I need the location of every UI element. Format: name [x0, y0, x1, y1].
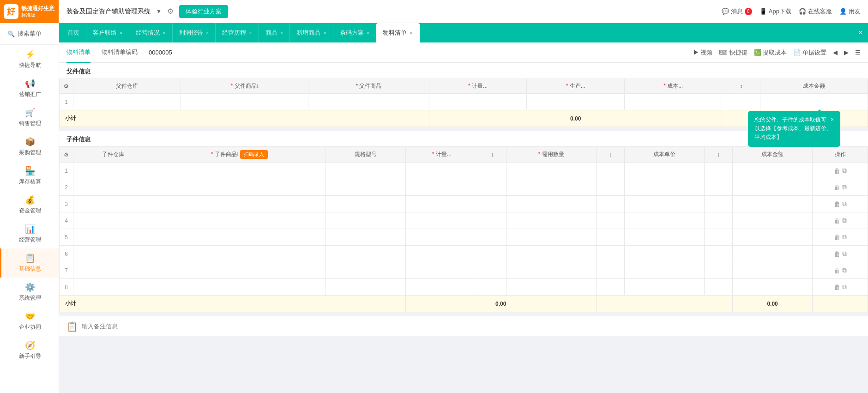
parent-row-1-goods[interactable] [181, 94, 308, 110]
child-row-4-delete-icon[interactable]: 🗑 [834, 217, 840, 224]
tab-business-close[interactable]: × [163, 30, 165, 36]
child-row-1-sort1[interactable] [478, 163, 506, 179]
child-row-7-delete-icon[interactable]: 🗑 [834, 267, 840, 274]
tab-profit-close[interactable]: × [206, 30, 209, 36]
child-row-1-cost-amount[interactable] [733, 163, 813, 179]
receipt-action[interactable]: 📄 单据设置 [793, 48, 826, 57]
child-row-6-copy-icon[interactable]: ⧉ [842, 250, 847, 258]
tab-history[interactable]: 经营历程 × [216, 23, 259, 42]
tab-barcode[interactable]: 条码方案 × [333, 23, 376, 42]
child-row-5-copy-icon[interactable]: ⧉ [842, 233, 847, 241]
child-row-1-goods[interactable] [153, 163, 326, 179]
child-subtotal-label: 小计 [60, 296, 406, 312]
child-row-1-unit-cost[interactable] [624, 163, 704, 179]
inventory-icon: 🏪 [25, 166, 35, 176]
settings-gear-icon[interactable]: ⚙ [167, 7, 174, 16]
child-col-gear[interactable]: ⚙ [60, 147, 73, 163]
parent-col-goods: * 父件商品ℹ [181, 79, 308, 94]
parent-row-1-spec[interactable] [308, 94, 429, 110]
sidebar-item-inventory[interactable]: 🏪 库存核算 [0, 161, 59, 190]
tab-bom-close[interactable]: × [410, 30, 412, 36]
tab-newgoods-close[interactable]: × [323, 30, 326, 36]
sidebar-item-collab[interactable]: 🤝 企业协同 [0, 307, 59, 336]
child-row-6-delete-icon[interactable]: 🗑 [834, 250, 840, 258]
parent-row-1-cost[interactable] [624, 94, 722, 110]
tab-barcode-close[interactable]: × [367, 30, 369, 36]
tooltip-close-button[interactable]: × [831, 115, 834, 124]
nav-prev[interactable]: ◀ [833, 49, 838, 56]
sub-tab-bom-list[interactable]: 物料清单 [66, 42, 90, 63]
sidebar-item-marketing[interactable]: 📢 营销推广 [0, 74, 59, 103]
parent-row-1-cost-amount[interactable] [760, 94, 868, 110]
sidebar-item-system[interactable]: ⚙️ 系统管理 [0, 278, 59, 307]
trial-button[interactable]: 体验行业方案 [179, 5, 228, 18]
sidebar-item-purchase[interactable]: 📦 采购管理 [0, 132, 59, 161]
parent-row-1-produce[interactable] [527, 94, 625, 110]
tab-profit[interactable]: 利润报告 × [173, 23, 216, 42]
child-row-1-unit[interactable] [405, 163, 478, 179]
parent-row-1-unit[interactable] [429, 94, 527, 110]
parent-row-1-num: 1 [60, 94, 73, 110]
child-row-8-copy-icon[interactable]: ⧉ [842, 283, 847, 291]
child-row-1-sort3[interactable] [704, 163, 732, 179]
scan-input-button[interactable]: 扫码录入 [240, 150, 268, 159]
collab-icon: 🤝 [25, 311, 35, 321]
child-col-unit-cost: 成本单价 [624, 147, 704, 163]
child-row-4-copy-icon[interactable]: ⧉ [842, 217, 847, 224]
sidebar-item-sales[interactable]: 🛒 销售管理 [0, 103, 59, 132]
tab-goods-close[interactable]: × [280, 30, 283, 36]
parent-col-gear[interactable]: ⚙ [60, 79, 73, 94]
child-row-1-quantity[interactable] [506, 163, 596, 179]
child-row-1-sort2[interactable] [596, 163, 624, 179]
tab-goods[interactable]: 商品 × [259, 23, 290, 42]
tab-customer[interactable]: 客户联络 × [86, 23, 129, 42]
child-col-sort3[interactable]: ↕ [704, 147, 732, 163]
child-col-sort1[interactable]: ↕ [478, 147, 506, 163]
user-item[interactable]: 👤 用友 [839, 7, 861, 16]
message-item[interactable]: 💬 消息 6 [722, 7, 752, 16]
child-row-1-spec[interactable] [326, 163, 405, 179]
tab-history-close[interactable]: × [249, 30, 252, 36]
tab-customer-close[interactable]: × [120, 30, 122, 36]
child-col-sort2[interactable]: ↕ [596, 147, 624, 163]
tab-business[interactable]: 经营情况 × [129, 23, 172, 42]
parent-table: ⚙ 父件仓库 * 父件商品ℹ * 父件商品 * 计量... * 生产... * … [59, 79, 868, 127]
sidebar-item-basic[interactable]: 📋 基础信息 [0, 248, 59, 278]
parent-row-1-sort[interactable] [722, 94, 760, 110]
app-download-item[interactable]: 📱 App下载 [760, 7, 791, 16]
nav-close-all[interactable]: × [855, 29, 866, 37]
sidebar-item-guide[interactable]: 🧭 新手引导 [0, 336, 59, 365]
video-action[interactable]: ▶ 视频 [693, 48, 713, 57]
cost-action[interactable]: 💹 提取成本 [754, 48, 787, 57]
child-row-8-delete-icon[interactable]: 🗑 [834, 284, 840, 291]
child-row-1-warehouse[interactable] [73, 163, 153, 179]
sidebar-item-finance[interactable]: 💰 资金管理 [0, 190, 59, 219]
sub-tab-bom-code[interactable]: 物料清单编码 [102, 42, 138, 63]
child-row-2-delete-icon[interactable]: 🗑 [834, 184, 840, 191]
child-row-7-copy-icon[interactable]: ⧉ [842, 266, 847, 274]
child-row-3-copy-icon[interactable]: ⧉ [842, 200, 847, 208]
parent-col-sort[interactable]: ↕ [722, 79, 760, 94]
service-item[interactable]: 🎧 在线客服 [799, 7, 832, 16]
notes-input[interactable] [82, 323, 861, 330]
logo-icon: 好 [4, 4, 18, 19]
child-row-1-copy-icon[interactable]: ⧉ [842, 167, 847, 175]
tab-home[interactable]: 首页 [61, 23, 86, 42]
sidebar-item-operations[interactable]: 📊 经营管理 [0, 219, 59, 248]
nav-next[interactable]: ▶ [844, 49, 849, 56]
child-row-6-actions: 🗑 ⧉ [813, 246, 868, 262]
layout-icon[interactable]: ☰ [855, 49, 861, 56]
parent-row-1-warehouse[interactable] [73, 94, 181, 110]
child-row-1-delete-icon[interactable]: 🗑 [834, 167, 840, 175]
tab-newgoods[interactable]: 新增商品 × [290, 23, 333, 42]
search-section: 🔍 搜索菜单 [0, 23, 59, 45]
child-row-2-actions: 🗑 ⧉ [813, 179, 868, 196]
child-row-2-copy-icon[interactable]: ⧉ [842, 183, 847, 191]
child-row-5-delete-icon[interactable]: 🗑 [834, 234, 840, 241]
system-dropdown[interactable]: ▼ [156, 8, 162, 15]
shortcut-action[interactable]: ⌨ 快捷键 [719, 48, 747, 57]
search-menu-button[interactable]: 🔍 搜索菜单 [4, 27, 55, 41]
child-row-3-delete-icon[interactable]: 🗑 [834, 200, 840, 208]
sidebar-item-quick-nav[interactable]: ⚡ 快捷导航 [0, 45, 59, 74]
tab-bom[interactable]: 物料清单 × [376, 23, 419, 42]
